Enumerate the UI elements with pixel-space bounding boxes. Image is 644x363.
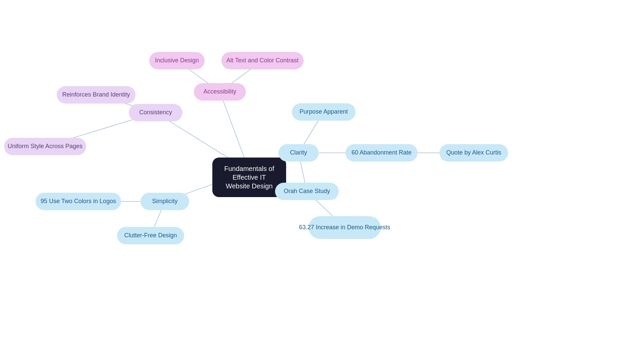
- node-alt-text[interactable]: Alt Text and Color Contrast: [221, 52, 304, 69]
- node-orah-case-study[interactable]: Orah Case Study: [275, 183, 339, 200]
- node-quote-alex[interactable]: Quote by Alex Curtis: [439, 144, 508, 162]
- mindmap-canvas: Fundamentals of Effective IT Website Des…: [0, 0, 644, 363]
- node-accessibility[interactable]: Accessibility: [194, 83, 246, 101]
- node-increase-demo[interactable]: 63.27 Increase in Demo Requests: [309, 216, 381, 239]
- node-uniform-style[interactable]: Uniform Style Across Pages: [4, 138, 86, 155]
- node-consistency[interactable]: Consistency: [129, 104, 182, 121]
- node-simplicity[interactable]: Simplicity: [141, 193, 189, 210]
- node-use-two-colors[interactable]: 95 Use Two Colors in Logos: [36, 193, 121, 210]
- node-clutter-free[interactable]: Clutter-Free Design: [117, 227, 184, 244]
- node-purpose-apparent[interactable]: Purpose Apparent: [292, 103, 356, 121]
- node-clarity[interactable]: Clarity: [278, 144, 319, 162]
- connections-svg: [0, 0, 644, 363]
- node-inclusive-design[interactable]: Inclusive Design: [149, 52, 205, 69]
- node-abandonment-rate[interactable]: 60 Abandonment Rate: [345, 144, 418, 162]
- node-reinforces-brand[interactable]: Reinforces Brand Identity: [57, 86, 136, 104]
